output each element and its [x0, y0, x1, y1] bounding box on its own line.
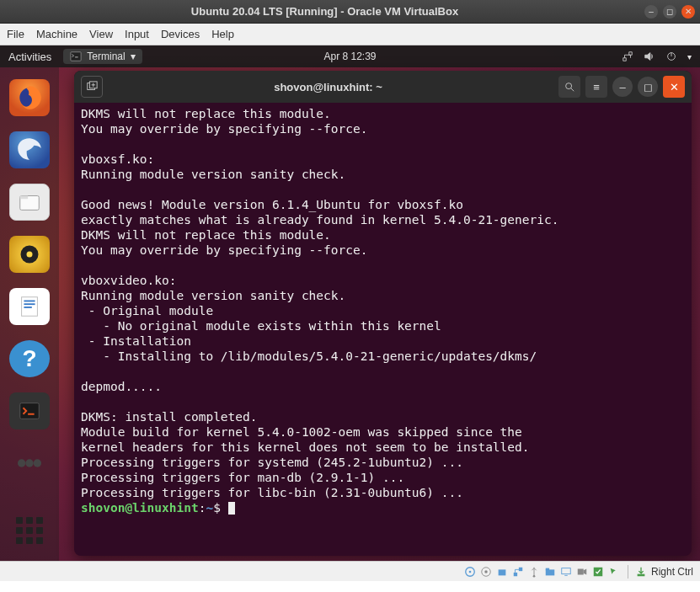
- clock[interactable]: Apr 8 12:39: [323, 51, 376, 62]
- dock-help[interactable]: ?: [9, 340, 50, 377]
- svg-rect-30: [562, 568, 571, 573]
- power-icon: [665, 51, 677, 62]
- network-status-icon[interactable]: [512, 565, 525, 578]
- dock-show-apps[interactable]: [9, 512, 50, 549]
- term-minimize-button[interactable]: –: [612, 77, 633, 97]
- maximize-button[interactable]: ◻: [663, 5, 676, 19]
- svg-point-7: [27, 252, 33, 258]
- svg-point-27: [533, 574, 536, 577]
- svg-point-23: [485, 570, 489, 573]
- menu-view[interactable]: View: [89, 28, 113, 40]
- new-tab-button[interactable]: [81, 76, 103, 98]
- svg-point-14: [25, 459, 33, 467]
- svg-rect-28: [546, 569, 555, 575]
- separator: [628, 565, 628, 579]
- optical-icon[interactable]: [480, 565, 493, 578]
- terminal-window: shovon@linuxhint: ~ ≡ – ◻ ✕ DKMS will no…: [74, 71, 692, 556]
- close-button[interactable]: ✕: [681, 5, 695, 19]
- svg-point-13: [18, 459, 25, 467]
- svg-rect-11: [24, 307, 31, 308]
- vbox-window-controls: – ◻ ✕: [644, 5, 695, 19]
- svg-rect-0: [71, 52, 81, 61]
- svg-rect-5: [20, 196, 28, 200]
- menu-machine[interactable]: Machine: [36, 28, 77, 40]
- terminal-output[interactable]: DKMS will not replace this module. You m…: [74, 103, 692, 556]
- keyboard-icon[interactable]: [635, 565, 648, 578]
- hdd-icon[interactable]: [464, 565, 477, 578]
- dock-terminal[interactable]: [9, 392, 50, 429]
- vbox-titlebar: Ubuntu 20.04 LTS [Running] - Oracle VM V…: [0, 0, 700, 24]
- svg-rect-24: [499, 569, 506, 575]
- dock-settings[interactable]: [9, 445, 50, 482]
- menu-devices[interactable]: Devices: [161, 28, 200, 40]
- gnome-topbar: Activities Terminal ▾ Apr 8 12:39 ▾: [0, 45, 700, 67]
- terminal-title: shovon@linuxhint: ~: [103, 81, 553, 93]
- svg-rect-32: [578, 568, 584, 574]
- display-icon[interactable]: [560, 565, 573, 578]
- hamburger-button[interactable]: ≡: [585, 76, 607, 98]
- cursor: [228, 502, 235, 515]
- audio-icon[interactable]: [496, 565, 509, 578]
- search-button[interactable]: [558, 76, 580, 98]
- svg-rect-12: [20, 403, 40, 419]
- term-maximize-button[interactable]: ◻: [638, 77, 658, 97]
- dock-libreoffice-writer[interactable]: [9, 288, 50, 325]
- svg-rect-25: [514, 572, 517, 575]
- guest-additions-icon[interactable]: [592, 565, 605, 578]
- vbox-statusbar: Right Ctrl: [0, 561, 700, 581]
- svg-line-19: [571, 88, 574, 92]
- terminal-icon: [70, 51, 82, 62]
- svg-rect-10: [24, 303, 35, 305]
- app-indicator-label: Terminal: [87, 51, 125, 62]
- network-icon: [622, 51, 633, 62]
- dock-firefox[interactable]: [9, 79, 50, 116]
- vbox-menubar: File Machine View Input Devices Help: [0, 24, 700, 45]
- svg-point-15: [34, 459, 41, 467]
- chevron-down-icon: ▾: [131, 51, 136, 62]
- terminal-titlebar[interactable]: shovon@linuxhint: ~ ≡ – ◻ ✕: [74, 71, 692, 103]
- shared-folder-icon[interactable]: [544, 565, 557, 578]
- svg-point-21: [469, 570, 472, 573]
- svg-rect-29: [546, 568, 549, 570]
- guest-desktop: Activities Terminal ▾ Apr 8 12:39 ▾ ?: [0, 45, 700, 561]
- recording-icon[interactable]: [576, 565, 589, 578]
- host-key-label: Right Ctrl: [651, 566, 693, 578]
- dock-rhythmbox[interactable]: [9, 236, 50, 273]
- svg-rect-34: [638, 573, 645, 576]
- activities-button[interactable]: Activities: [8, 51, 51, 63]
- minimize-button[interactable]: –: [644, 5, 658, 19]
- svg-rect-9: [24, 301, 35, 302]
- vbox-window-title: Ubuntu 20.04 LTS [Running] - Oracle VM V…: [5, 5, 644, 18]
- dock: ?: [0, 67, 59, 561]
- dock-thunderbird[interactable]: [9, 131, 50, 168]
- dock-files[interactable]: [9, 184, 50, 221]
- volume-icon: [644, 51, 655, 62]
- system-tray[interactable]: ▾: [622, 51, 692, 62]
- svg-point-18: [566, 83, 572, 89]
- menu-input[interactable]: Input: [125, 28, 149, 40]
- usb-icon[interactable]: [528, 565, 541, 578]
- menu-file[interactable]: File: [7, 28, 24, 40]
- chevron-down-icon: ▾: [687, 52, 692, 61]
- mouse-integration-icon[interactable]: [608, 565, 621, 578]
- term-close-button[interactable]: ✕: [663, 76, 685, 98]
- app-indicator[interactable]: Terminal ▾: [63, 49, 142, 64]
- menu-help[interactable]: Help: [211, 28, 234, 40]
